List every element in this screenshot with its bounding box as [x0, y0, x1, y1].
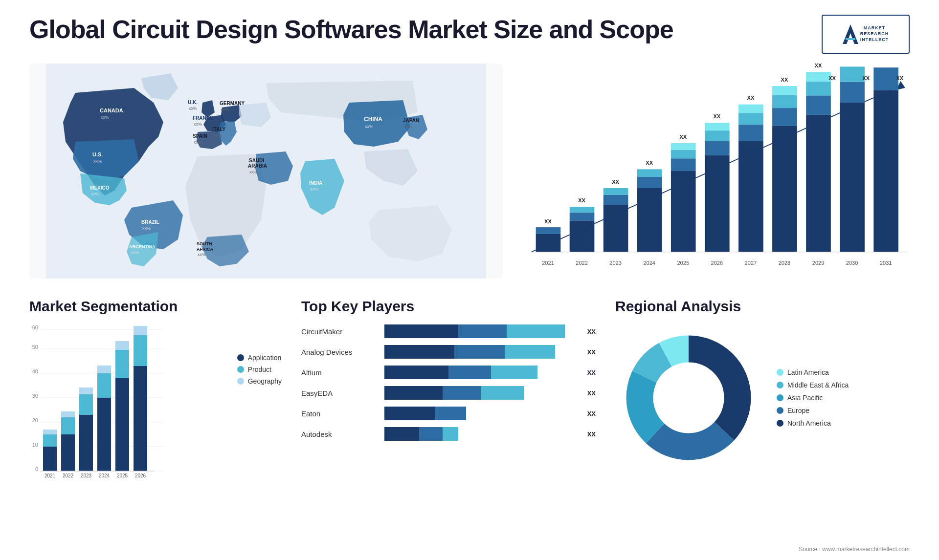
- svg-text:2029: 2029: [812, 260, 825, 266]
- svg-text:30: 30: [32, 393, 38, 399]
- player-row-altium: Altium XX: [301, 366, 596, 379]
- svg-rect-92: [873, 90, 898, 252]
- svg-text:2022: 2022: [576, 260, 588, 266]
- legend-north-america: North America: [777, 419, 849, 427]
- legend-label-latin-america: Latin America: [787, 368, 829, 376]
- key-players-panel: Top Key Players CircuitMaker XX Analog D…: [301, 298, 596, 503]
- player-xx-analog: XX: [587, 348, 596, 356]
- svg-rect-37: [536, 234, 561, 252]
- svg-text:2027: 2027: [745, 260, 757, 266]
- svg-rect-111: [43, 447, 57, 471]
- svg-text:2023: 2023: [609, 260, 622, 266]
- svg-rect-64: [705, 130, 730, 141]
- svg-rect-112: [43, 434, 57, 447]
- svg-text:50: 50: [32, 344, 38, 350]
- svg-rect-62: [705, 155, 730, 252]
- player-bar-circuitmaker: [384, 324, 579, 338]
- svg-rect-113: [43, 430, 57, 434]
- logo: MARKET RESEARCH INTELLECT: [822, 15, 910, 54]
- svg-rect-69: [738, 125, 763, 141]
- svg-text:2021: 2021: [542, 260, 554, 266]
- svg-rect-88: [840, 82, 865, 103]
- player-bar-altium: [384, 366, 579, 379]
- svg-text:xx%: xx%: [310, 187, 318, 192]
- bar-seg-light: [491, 366, 537, 379]
- bar-seg-dark: [384, 427, 419, 441]
- svg-rect-129: [115, 341, 129, 350]
- svg-text:XX: XX: [896, 75, 903, 81]
- svg-text:xx%: xx%: [365, 124, 373, 129]
- svg-text:2025: 2025: [677, 260, 689, 266]
- svg-rect-63: [705, 141, 730, 155]
- svg-rect-123: [97, 398, 111, 471]
- svg-rect-87: [840, 103, 865, 252]
- svg-rect-58: [671, 150, 696, 158]
- segmentation-chart-svg: 0 10 20 30 40 50 60: [29, 324, 166, 481]
- world-map-svg: CANADA xx% U.S. xx% MEXICO xx% BRAZIL: [29, 64, 503, 279]
- svg-rect-117: [61, 411, 75, 417]
- legend-middle-east: Middle East & Africa: [777, 381, 849, 389]
- svg-rect-56: [671, 171, 696, 252]
- svg-rect-93: [873, 67, 898, 90]
- svg-rect-57: [671, 158, 696, 171]
- key-players-title: Top Key Players: [301, 298, 596, 315]
- svg-rect-127: [115, 378, 129, 471]
- legend-label-asia-pacific: Asia Pacific: [787, 394, 823, 402]
- bar-seg-light: [443, 427, 458, 441]
- svg-rect-74: [772, 126, 797, 252]
- svg-text:2028: 2028: [779, 260, 791, 266]
- bar-seg-mid: [448, 366, 491, 379]
- svg-rect-120: [79, 394, 93, 415]
- svg-text:XX: XX: [747, 95, 755, 101]
- svg-text:XX: XX: [578, 197, 585, 203]
- bar-seg-light: [481, 386, 524, 400]
- svg-text:2022: 2022: [63, 473, 74, 478]
- svg-rect-68: [738, 141, 763, 252]
- regional-legend: Latin America Middle East & Africa Asia …: [777, 368, 849, 427]
- player-name-eaton: Eaton: [301, 409, 380, 418]
- svg-text:xx%: xx%: [189, 106, 197, 111]
- bar-seg-mid: [454, 345, 505, 359]
- svg-rect-75: [772, 108, 797, 126]
- source-text: Source : www.marketresearchintellect.com: [799, 546, 910, 553]
- svg-text:60: 60: [32, 324, 38, 330]
- player-row-autodesk: Autodesk XX: [301, 427, 596, 441]
- svg-rect-76: [772, 95, 797, 108]
- svg-rect-115: [61, 434, 75, 471]
- bottom-section: Market Segmentation 0 10 20 30 40 50 60: [29, 298, 910, 503]
- svg-text:xx%: xx%: [198, 252, 206, 257]
- svg-text:20: 20: [32, 417, 38, 423]
- svg-rect-53: [637, 169, 662, 177]
- legend-dot-north-america: [777, 420, 783, 427]
- svg-text:XX: XX: [679, 134, 687, 140]
- svg-text:2026: 2026: [135, 473, 146, 478]
- player-xx-altium: XX: [587, 369, 596, 376]
- legend-dot-middle-east: [777, 382, 783, 388]
- svg-point-141: [654, 364, 723, 432]
- regional-panel: Regional Analysis: [615, 298, 910, 503]
- world-map-container: CANADA xx% U.S. xx% MEXICO xx% BRAZIL: [29, 64, 503, 279]
- svg-rect-59: [671, 143, 696, 150]
- svg-rect-42: [570, 213, 595, 221]
- bar-seg-dark: [384, 345, 454, 359]
- svg-rect-1: [846, 38, 855, 40]
- svg-text:2024: 2024: [99, 473, 110, 478]
- svg-text:2024: 2024: [643, 260, 655, 266]
- legend-item-product: Product: [237, 366, 282, 373]
- svg-text:CANADA: CANADA: [100, 108, 123, 113]
- svg-text:XX: XX: [612, 179, 619, 185]
- legend-dot-latin-america: [777, 369, 783, 376]
- svg-rect-89: [840, 66, 865, 82]
- svg-text:xx%: xx%: [131, 250, 139, 255]
- svg-text:BRAZIL: BRAZIL: [141, 219, 159, 225]
- legend-latin-america: Latin America: [777, 368, 849, 376]
- svg-text:2021: 2021: [45, 473, 56, 478]
- svg-rect-52: [637, 177, 662, 188]
- svg-rect-38: [536, 227, 561, 234]
- legend-label-product: Product: [248, 366, 271, 373]
- svg-text:xx%: xx%: [221, 107, 229, 112]
- logo-icon: [843, 24, 858, 44]
- main-title: Global Circuit Design Softwares Market S…: [29, 15, 673, 44]
- svg-text:XX: XX: [544, 218, 552, 224]
- logo-text-line3: INTELLECT: [860, 37, 889, 43]
